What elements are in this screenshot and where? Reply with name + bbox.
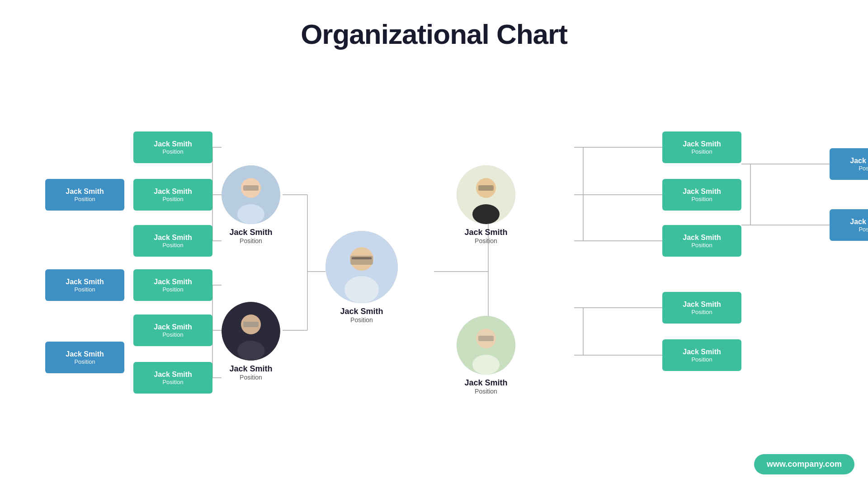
right-top-pos: Position: [475, 237, 497, 244]
right-green-card-5[interactable]: Jack Smith Position: [662, 339, 741, 371]
svg-point-60: [472, 204, 500, 224]
left-bottom-name: Jack Smith: [229, 364, 272, 374]
left-green-card-6[interactable]: Jack Smith Position: [133, 362, 212, 394]
svg-rect-57: [243, 322, 259, 327]
right-green-card-3[interactable]: Jack Smith Position: [662, 225, 741, 257]
svg-point-52: [237, 204, 264, 224]
left-bottom-person: Jack Smith Position: [222, 302, 280, 381]
svg-rect-53: [243, 185, 259, 191]
left-bottom-pos: Position: [240, 374, 262, 381]
left-top-pos: Position: [240, 237, 262, 244]
left-green-card-4[interactable]: Jack Smith Position: [133, 269, 212, 301]
left-blue-card-2[interactable]: Jack Smith Position: [45, 269, 124, 301]
left-bottom-avatar: [222, 302, 280, 361]
left-green-card-1[interactable]: Jack Smith Position: [133, 131, 212, 163]
right-green-card-2[interactable]: Jack Smith Position: [662, 179, 741, 211]
ceo-person: Jack Smith Position: [326, 231, 398, 324]
right-green-card-1[interactable]: Jack Smith Position: [662, 131, 741, 163]
page-title: Organizational Chart: [0, 0, 868, 64]
left-green-card-3[interactable]: Jack Smith Position: [133, 225, 212, 257]
left-top-avatar: [222, 165, 280, 224]
right-top-person: Jack Smith Position: [457, 165, 515, 244]
right-bottom-avatar: [457, 316, 515, 375]
svg-point-64: [472, 355, 500, 375]
right-green-card-4[interactable]: Jack Smith Position: [662, 292, 741, 324]
footer-website: www.company.com: [754, 454, 854, 474]
left-top-person: Jack Smith Position: [222, 165, 280, 244]
svg-point-56: [237, 341, 264, 361]
svg-point-47: [344, 276, 379, 303]
ceo-position: Position: [350, 316, 373, 324]
right-blue-card-1[interactable]: Jack Smith Position: [830, 148, 868, 180]
right-top-avatar: [457, 165, 515, 224]
svg-rect-49: [352, 257, 372, 259]
svg-rect-61: [478, 185, 494, 191]
right-bottom-name: Jack Smith: [464, 378, 507, 388]
right-bottom-pos: Position: [475, 388, 497, 395]
left-blue-card-1[interactable]: Jack Smith Position: [45, 179, 124, 211]
right-blue-card-2[interactable]: Jack Smith Position: [830, 209, 868, 241]
left-green-card-5[interactable]: Jack Smith Position: [133, 314, 212, 346]
connector-lines: [0, 64, 868, 470]
left-green-card-2[interactable]: Jack Smith Position: [133, 179, 212, 211]
left-blue-card-3[interactable]: Jack Smith Position: [45, 342, 124, 373]
svg-rect-65: [478, 336, 494, 341]
left-top-name: Jack Smith: [229, 228, 272, 237]
right-bottom-person: Jack Smith Position: [457, 316, 515, 395]
org-chart: Jack Smith Position Jack Smith Position …: [0, 64, 868, 470]
ceo-avatar: [326, 231, 398, 303]
ceo-name: Jack Smith: [340, 307, 383, 316]
right-top-name: Jack Smith: [464, 228, 507, 237]
